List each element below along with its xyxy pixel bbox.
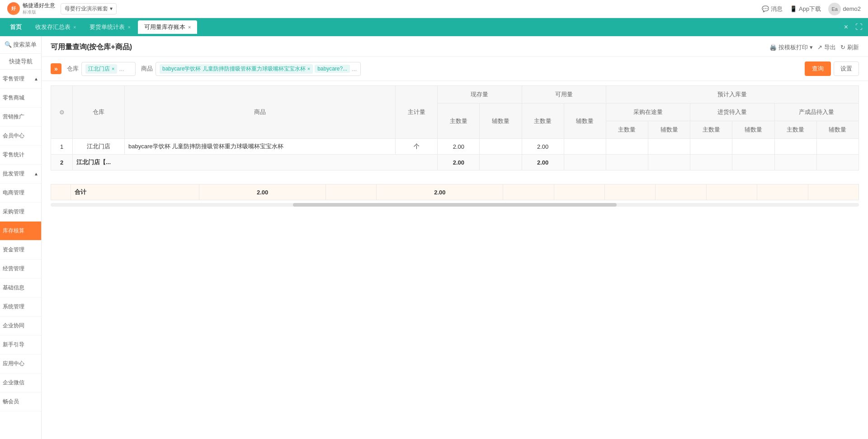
footer-purchase-main xyxy=(554,184,604,200)
sidebar-quick-nav[interactable]: 快捷导航 xyxy=(0,54,41,70)
filter-bar: » 仓库 江北门店 × ... 商品 xyxy=(42,57,868,81)
expand-icon: » xyxy=(54,65,58,72)
tab-fullscreen-icon[interactable]: ⛶ xyxy=(854,21,864,33)
sidebar-item-enterprise-wechat[interactable]: 企业微信 xyxy=(0,373,41,392)
tab-receive-summary-close[interactable]: × xyxy=(73,24,76,30)
th-purchase-in-group: 采购在途量 xyxy=(606,104,690,121)
refresh-label: 刷新 xyxy=(847,43,859,52)
industry-selector[interactable]: 母婴行业演示账套 ▾ xyxy=(61,3,117,14)
sidebar-item-wholesale[interactable]: 批发管理 ▲ xyxy=(0,165,41,184)
tab-available-stock-label: 可用量库存账本 xyxy=(144,23,185,31)
sidebar-item-retail-mall[interactable]: 零售商城 xyxy=(0,89,41,108)
expand-button[interactable]: » xyxy=(51,63,61,74)
sidebar-item-newbie[interactable]: 新手引导 xyxy=(0,335,41,354)
subtotal-current-aux xyxy=(480,155,522,170)
refresh-button[interactable]: ↻ 刷新 xyxy=(840,43,859,52)
product-filter-input[interactable]: babycare学饮杯 儿童防摔防撞吸管杯重力球吸嘴杯宝宝水杯 × babyca… xyxy=(156,62,361,76)
tab-available-stock-close[interactable]: × xyxy=(188,24,191,30)
th-available-aux: 辅数量 xyxy=(564,104,606,139)
cell-unit: 个 xyxy=(396,139,438,155)
warehouse-dots[interactable]: ... xyxy=(119,66,124,72)
logo-icon: 好 xyxy=(7,2,20,15)
sidebar-item-purchase-label: 采购管理 xyxy=(3,208,24,216)
query-button[interactable]: 查询 xyxy=(805,61,831,76)
sidebar-search[interactable]: 🔍 搜索菜单 xyxy=(0,36,41,54)
sidebar-item-basic-info[interactable]: 基础信息 xyxy=(0,279,41,297)
warehouse-filter-input[interactable]: 江北门店 × ... xyxy=(81,62,136,76)
sidebar-item-operations-label: 经营管理 xyxy=(3,265,24,273)
tab-receive-summary[interactable]: 收发存汇总表 × xyxy=(29,20,82,34)
sidebar-item-ecommerce[interactable]: 电商管理 xyxy=(0,184,41,203)
sidebar-item-purchase[interactable]: 采购管理 xyxy=(0,203,41,222)
footer-current-main: 2.00 xyxy=(199,184,326,200)
th-unit: 主计量 xyxy=(396,86,438,139)
appdown-button[interactable]: 📱 App下载 xyxy=(790,5,821,13)
settings-button[interactable]: 设置 xyxy=(834,61,859,76)
data-table: ⚙ 仓库 商品 主计量 现存量 可用量 预计入库量 主数量 辅数量 主数量 xyxy=(51,85,859,170)
user-area[interactable]: Ea demo2 xyxy=(828,3,861,15)
sidebar-item-retail-stats[interactable]: 零售统计 xyxy=(0,146,41,165)
cell-available-main: 2.00 xyxy=(522,139,564,155)
cell-no: 1 xyxy=(51,139,73,155)
app-name: 畅捷通好生意 xyxy=(23,2,55,9)
th-production-aux: 辅数量 xyxy=(816,121,859,139)
sidebar-item-marketing-label: 营销推广 xyxy=(3,113,24,121)
th-settings[interactable]: ⚙ xyxy=(51,86,73,139)
sidebar-item-app-center-label: 应用中心 xyxy=(3,360,24,368)
sidebar-item-member[interactable]: 会员中心 xyxy=(0,127,41,146)
footer-current-aux xyxy=(326,184,377,200)
sidebar-item-marketing[interactable]: 营销推广 xyxy=(0,108,41,127)
subtotal-production-main xyxy=(774,155,816,170)
message-label: 消息 xyxy=(771,5,783,13)
sidebar-item-system[interactable]: 系统管理 xyxy=(0,297,41,316)
cell-product: babycare学饮杯 儿童防摔防撞吸管杯重力球吸嘴杯宝宝水杯 xyxy=(125,139,396,155)
product-tag-1-remove[interactable]: × xyxy=(307,66,310,71)
print-button[interactable]: 🖨️ 按模板打印 ▾ xyxy=(769,43,813,52)
main-layout: 🔍 搜索菜单 快捷导航 零售管理 ▲ 零售商城 营销推广 会员中心 零售统计 批… xyxy=(0,36,868,439)
footer-label: 合计 xyxy=(71,184,199,200)
message-button[interactable]: 💬 消息 xyxy=(762,5,783,13)
product-tag-1: babycare学饮杯 儿童防摔防撞吸管杯重力球吸嘴杯宝宝水杯 × xyxy=(160,64,313,74)
sidebar-item-inventory[interactable]: 库存核算 xyxy=(0,222,41,241)
sidebar-item-ecommerce-label: 电商管理 xyxy=(3,189,24,197)
th-current-aux: 辅数量 xyxy=(480,104,522,139)
tab-order-stats-label: 要货单统计表 xyxy=(90,23,125,31)
tab-order-stats[interactable]: 要货单统计表 × xyxy=(83,20,137,34)
sidebar-item-member2[interactable]: 畅会员 xyxy=(0,392,41,411)
cell-purchase-main xyxy=(606,139,648,155)
logo-area: 好 畅捷通好生意 标准版 xyxy=(7,2,55,15)
tab-close-all-icon[interactable]: × xyxy=(842,21,850,33)
th-production-main: 主数量 xyxy=(774,121,816,139)
settings-icon: ⚙ xyxy=(59,109,65,116)
sidebar-item-operations[interactable]: 经营管理 xyxy=(0,260,41,279)
warehouse-tag: 江北门店 × xyxy=(85,64,117,74)
export-button[interactable]: ↗ 导出 xyxy=(817,43,836,52)
tab-order-stats-close[interactable]: × xyxy=(127,24,130,30)
sidebar-item-app-center[interactable]: 应用中心 xyxy=(0,354,41,373)
sidebar-item-enterprise[interactable]: 企业协同 xyxy=(0,316,41,335)
footer-empty-1 xyxy=(51,184,71,200)
tab-home-label: 首页 xyxy=(10,23,22,31)
th-purchase-main: 主数量 xyxy=(606,121,648,139)
chevron-down-icon: ▾ xyxy=(810,44,813,51)
sidebar-item-system-label: 系统管理 xyxy=(3,303,24,311)
sidebar-item-retail[interactable]: 零售管理 ▲ xyxy=(0,70,41,89)
avatar-text: Ea xyxy=(832,6,838,12)
sidebar-item-finance[interactable]: 资金管理 xyxy=(0,241,41,260)
subtotal-purchase-aux xyxy=(648,155,690,170)
horizontal-scrollbar[interactable] xyxy=(51,203,859,207)
sidebar-item-basic-info-label: 基础信息 xyxy=(3,284,24,292)
chevron-down-icon: ▾ xyxy=(110,5,113,12)
tab-available-stock[interactable]: 可用量库存账本 × xyxy=(138,20,197,34)
cell-available-aux xyxy=(564,139,606,155)
table-row: 1 江北门店 babycare学饮杯 儿童防摔防撞吸管杯重力球吸嘴杯宝宝水杯 个… xyxy=(51,139,859,155)
product-dots[interactable]: ... xyxy=(352,66,357,72)
tab-home[interactable]: 首页 xyxy=(4,20,28,34)
th-pending-in-group: 进货待入量 xyxy=(690,104,774,121)
nav-tabs: 首页 收发存汇总表 × 要货单统计表 × 可用量库存账本 × × ⛶ xyxy=(0,18,868,36)
th-pending-main: 主数量 xyxy=(690,121,732,139)
subtotal-purchase-main xyxy=(606,155,648,170)
footer-production-main xyxy=(757,184,808,200)
username-label: demo2 xyxy=(843,5,861,12)
warehouse-tag-remove[interactable]: × xyxy=(112,66,114,71)
